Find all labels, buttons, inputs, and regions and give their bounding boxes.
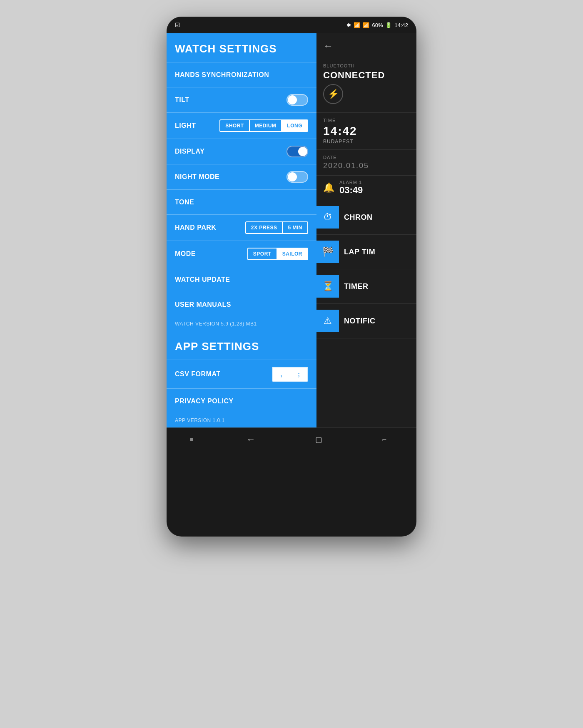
wifi-icon: 📶 [354,22,360,28]
display-row: DISPLAY [167,139,316,164]
bluetooth-status: CONNECTED [323,70,410,81]
date-label: DATE [323,155,410,160]
alarm-info: ALARM 1 03:49 [339,180,363,196]
main-content: WATCH SETTINGS HANDS SYNCHRONIZATION TIL… [167,33,416,427]
chrono-icon-box: ⏱ [316,206,339,229]
mode-btn-group: SPORT SAILOR [247,248,308,260]
user-manuals-row[interactable]: USER MANUALS [167,292,316,317]
tilt-row: TILT [167,87,316,112]
privacy-policy-row[interactable]: PRIVACY POLICY [167,388,316,413]
privacy-policy-label: PRIVACY POLICY [175,398,234,405]
tone-label: TONE [175,199,194,206]
date-section: DATE 2020.01.05 [316,150,416,176]
mode-sailor-btn[interactable]: SAILOR [277,248,307,259]
bluetooth-icon-circle: ⚡ [323,84,343,104]
lap-time-icon: 🏁 [322,246,334,257]
csv-format-btn-group: , ; [272,367,308,382]
night-mode-toggle[interactable] [287,171,308,183]
nav-recent-btn[interactable]: ⌐ [376,432,394,447]
night-mode-label: NIGHT MODE [175,173,219,181]
hand-park-5min-btn[interactable]: 5 MIN [282,222,307,233]
battery-icon: 🔋 [385,22,392,28]
user-manuals-label: USER MANUALS [175,301,231,308]
mode-label: MODE [175,250,196,258]
timer-icon: ⏳ [322,281,334,292]
bluetooth-status-icon: ✱ [346,22,351,28]
hand-park-row: HAND PARK 2X PRESS 5 MIN [167,214,316,241]
tilt-toggle-knob [288,95,297,104]
time-section: TIME 14:42 BUDAPEST [316,113,416,150]
watch-settings-title: WATCH SETTINGS [167,33,316,62]
bottom-nav: ← ▢ ⌐ [167,427,416,451]
hand-park-btn-group: 2X PRESS 5 MIN [245,221,308,234]
light-row: LIGHT SHORT MEDIUM LONG [167,112,316,139]
night-mode-toggle-knob [288,172,297,181]
app-settings-title: APP SETTINGS [167,331,316,360]
time-city: BUDAPEST [323,139,410,144]
timer-icon-box: ⏳ [316,275,339,298]
tilt-label: TILT [175,96,189,104]
csv-format-row: CSV FORMAT , ; [167,360,316,388]
light-label: LIGHT [175,122,196,129]
display-toggle-knob [298,147,307,156]
chrono-label: CHRON [339,213,373,222]
notification-icon: ☑ [175,22,180,28]
nav-home-btn[interactable]: ▢ [309,432,329,447]
tone-row[interactable]: TONE [167,189,316,214]
bluetooth-symbol-icon: ⚡ [328,89,339,99]
chrono-menu-item[interactable]: ⏱ CHRON [316,200,416,235]
light-btn-group: SHORT MEDIUM LONG [219,119,308,132]
nav-dot [190,438,193,441]
notific-label: NOTIFIC [339,317,376,325]
status-bar-right: ✱ 📶 📶 60% 🔋 14:42 [346,22,408,28]
alarm-bell-icon: 🔔 [323,182,334,193]
hand-park-label: HAND PARK [175,224,216,231]
csv-format-label: CSV FORMAT [175,370,221,378]
bluetooth-label: BLUETOOTH [323,63,410,68]
light-long-btn[interactable]: LONG [281,120,307,131]
date-value: 2020.01.05 [323,162,410,170]
mode-sport-btn[interactable]: SPORT [248,248,277,259]
alarm-label: ALARM 1 [339,180,363,185]
notific-menu-item[interactable]: ⚠ NOTIFIC [316,304,416,338]
left-panel: WATCH SETTINGS HANDS SYNCHRONIZATION TIL… [167,33,316,427]
back-button-area[interactable]: ← [316,33,416,58]
lap-time-label: LAP TIM [339,248,375,256]
notific-icon-box: ⚠ [316,310,339,332]
light-short-btn[interactable]: SHORT [220,120,249,131]
tilt-toggle[interactable] [287,94,308,106]
time-label: TIME [323,118,410,123]
csv-comma-btn[interactable]: , [273,368,289,381]
night-mode-row: NIGHT MODE [167,164,316,189]
hands-sync-label: HANDS SYNCHRONIZATION [175,71,269,79]
app-version: APP VERSION 1.0.1 [167,413,316,427]
lap-time-menu-item[interactable]: 🏁 LAP TIM [316,235,416,269]
timer-menu-item[interactable]: ⏳ TIMER [316,269,416,304]
nav-back-btn[interactable]: ← [239,431,262,448]
timer-label: TIMER [339,282,369,291]
battery-text: 60% [372,22,383,28]
time-value: 14:42 [323,124,410,138]
display-label: DISPLAY [175,148,204,155]
watch-version: WATCH VERSION 5.9 (1.28) MB1 [167,317,316,331]
light-medium-btn[interactable]: MEDIUM [249,120,282,131]
chrono-icon: ⏱ [323,212,332,223]
mode-row: MODE SPORT SAILOR [167,241,316,267]
status-bar: ☑ ✱ 📶 📶 60% 🔋 14:42 [167,17,416,33]
alarm-time: 03:49 [339,185,363,196]
right-panel: ← BLUETOOTH CONNECTED ⚡ TIME 14:42 BUDAP… [316,33,416,427]
watch-update-row[interactable]: WATCH UPDATE [167,267,316,292]
bluetooth-section: BLUETOOTH CONNECTED ⚡ [316,58,416,113]
display-toggle[interactable] [287,146,308,157]
status-bar-left: ☑ [175,22,180,28]
back-arrow-icon[interactable]: ← [323,40,333,52]
phone-frame: ☑ ✱ 📶 📶 60% 🔋 14:42 WATCH SETTINGS HANDS… [167,17,416,537]
hands-sync-row[interactable]: HANDS SYNCHRONIZATION [167,62,316,87]
hand-park-2xpress-btn[interactable]: 2X PRESS [246,222,282,233]
lap-time-icon-box: 🏁 [316,241,339,263]
alarm-section: 🔔 ALARM 1 03:49 [316,176,416,200]
csv-semicolon-btn[interactable]: ; [289,368,307,381]
notific-icon: ⚠ [324,316,332,326]
watch-update-label: WATCH UPDATE [175,276,230,283]
signal-icon: 📶 [363,22,369,28]
